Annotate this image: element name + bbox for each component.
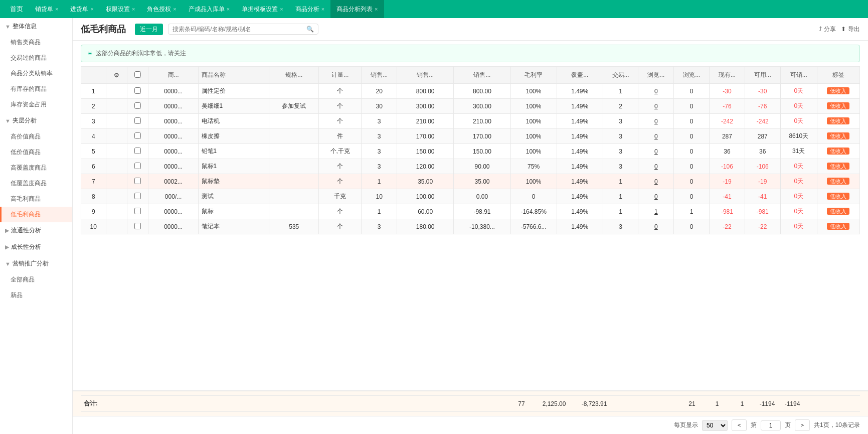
close-permissions-icon[interactable]: × — [132, 6, 135, 12]
close-role-icon[interactable]: × — [173, 6, 176, 12]
row-view1[interactable]: 0 — [638, 99, 674, 114]
th-sales-price[interactable]: 销售... — [397, 67, 454, 84]
time-filter-button[interactable]: 近一月 — [135, 24, 163, 35]
row-check-5[interactable] — [134, 163, 141, 169]
row-settings[interactable] — [106, 114, 127, 129]
row-check-3[interactable] — [134, 132, 141, 139]
sidebar-item-high-value[interactable]: 高价值商品 — [0, 129, 72, 144]
nav-template[interactable]: 单据模板设置 × — [236, 0, 289, 18]
row-checkbox[interactable] — [127, 189, 148, 204]
row-settings[interactable] — [106, 204, 127, 219]
row-check-8[interactable] — [134, 208, 141, 214]
th-coverage[interactable]: 覆盖... — [557, 67, 603, 84]
close-product-analysis-icon[interactable]: × — [321, 6, 324, 12]
sidebar-group-layer[interactable]: ▼ 夹层分析 — [0, 112, 72, 129]
th-checkbox[interactable] — [127, 67, 148, 84]
row-settings[interactable] — [106, 174, 127, 189]
row-settings[interactable] — [106, 99, 127, 114]
row-view1[interactable]: 0 — [638, 174, 674, 189]
row-settings[interactable] — [106, 84, 127, 99]
close-purchase-icon[interactable]: × — [90, 6, 93, 12]
next-page-button[interactable]: ＞ — [795, 419, 810, 431]
row-settings[interactable] — [106, 129, 127, 144]
th-code[interactable]: 商... — [148, 67, 198, 84]
th-settings[interactable]: ⚙ — [106, 67, 127, 84]
close-analysis-list-icon[interactable]: × — [375, 6, 378, 12]
nav-product-analysis[interactable]: 商品分析 × — [289, 0, 330, 18]
sidebar-item-capital[interactable]: 库存资金占用 — [0, 97, 72, 112]
sidebar-group-marketing[interactable]: ▼ 营销推广分析 — [0, 255, 72, 272]
sidebar-group-growth[interactable]: ▶ 成长性分析 — [0, 239, 72, 255]
row-settings[interactable] — [106, 189, 127, 204]
th-current[interactable]: 现有... — [710, 67, 745, 84]
row-view1[interactable]: 0 — [638, 219, 674, 234]
row-checkbox[interactable] — [127, 84, 148, 99]
nav-purchase[interactable]: 进货单 × — [64, 0, 99, 18]
row-settings[interactable] — [106, 159, 127, 174]
page-size-select[interactable]: 50 100 200 — [702, 420, 728, 431]
th-view2[interactable]: 浏览... — [674, 67, 710, 84]
row-checkbox[interactable] — [127, 159, 148, 174]
sidebar-item-inventory[interactable]: 有库存的商品 — [0, 81, 72, 97]
share-button[interactable]: ⤴ 分享 — [819, 25, 836, 34]
row-check-0[interactable] — [134, 87, 141, 94]
sidebar-item-low-margin[interactable]: 低毛利商品 — [0, 207, 72, 222]
row-checkbox[interactable] — [127, 129, 148, 144]
sidebar-item-new-goods[interactable]: 新品 — [0, 287, 72, 303]
sidebar-item-high-margin[interactable]: 高毛利商品 — [0, 191, 72, 207]
nav-sales[interactable]: 销货单 × — [29, 0, 64, 18]
row-checkbox[interactable] — [127, 174, 148, 189]
close-template-icon[interactable]: × — [280, 6, 283, 12]
row-check-7[interactable] — [134, 193, 141, 199]
sidebar-item-traded-goods[interactable]: 交易过的商品 — [0, 50, 72, 66]
th-available[interactable]: 可用... — [745, 67, 780, 84]
nav-role[interactable]: 角色授权 × — [141, 0, 182, 18]
sidebar-item-high-coverage[interactable]: 高覆盖度商品 — [0, 160, 72, 176]
row-checkbox[interactable] — [127, 114, 148, 129]
row-settings[interactable] — [106, 219, 127, 234]
sidebar-group-flow[interactable]: ▶ 流通性分析 — [0, 222, 72, 239]
sidebar-group-overall[interactable]: ▼ 整体信息 — [0, 18, 72, 35]
row-check-9[interactable] — [134, 223, 141, 229]
row-view1[interactable]: 0 — [638, 84, 674, 99]
row-check-2[interactable] — [134, 117, 141, 124]
th-name[interactable]: 商品名称 — [198, 67, 269, 84]
row-view1[interactable]: 0 — [638, 129, 674, 144]
nav-permissions[interactable]: 权限设置 × — [100, 0, 141, 18]
search-icon[interactable]: 🔍 — [306, 26, 314, 33]
row-view1[interactable]: 0 — [638, 159, 674, 174]
select-all-checkbox[interactable] — [134, 71, 141, 78]
row-checkbox[interactable] — [127, 219, 148, 234]
sidebar-item-all-goods[interactable]: 全部商品 — [0, 272, 72, 287]
search-input[interactable] — [172, 26, 306, 33]
th-sales-qty[interactable]: 销售... — [362, 67, 397, 84]
row-check-6[interactable] — [134, 178, 141, 184]
row-checkbox[interactable] — [127, 99, 148, 114]
sidebar-item-low-coverage[interactable]: 低覆盖度商品 — [0, 176, 72, 191]
th-sales-amount[interactable]: 销售... — [454, 67, 510, 84]
th-spec[interactable]: 规格... — [269, 67, 319, 84]
row-check-1[interactable] — [134, 102, 141, 109]
sidebar-item-category-rate[interactable]: 商品分类助销率 — [0, 66, 72, 81]
row-view1[interactable]: 0 — [638, 189, 674, 204]
row-view1[interactable]: 0 — [638, 114, 674, 129]
sidebar-item-sales-goods[interactable]: 销售类商品 — [0, 35, 72, 50]
th-view1[interactable]: 浏览... — [638, 67, 674, 84]
export-button[interactable]: ⬆ 导出 — [841, 25, 860, 34]
th-saleable[interactable]: 可销... — [780, 67, 817, 84]
row-settings[interactable] — [106, 144, 127, 159]
th-gross-rate[interactable]: 毛利率 — [510, 67, 557, 84]
th-unit[interactable]: 计量... — [319, 67, 362, 84]
row-checkbox[interactable] — [127, 204, 148, 219]
prev-page-button[interactable]: ＜ — [732, 419, 747, 431]
nav-product-entry[interactable]: 产成品入库单 × — [183, 0, 236, 18]
page-number-input[interactable] — [761, 420, 781, 430]
row-view1[interactable]: 0 — [638, 144, 674, 159]
row-checkbox[interactable] — [127, 144, 148, 159]
th-tag[interactable]: 标签 — [817, 67, 859, 84]
nav-analysis-list[interactable]: 商品分析列表 × — [330, 0, 384, 18]
row-check-4[interactable] — [134, 148, 141, 154]
sidebar-item-low-value[interactable]: 低价值商品 — [0, 144, 72, 160]
th-trade[interactable]: 交易... — [603, 67, 638, 84]
nav-home[interactable]: 首页 — [4, 0, 29, 18]
